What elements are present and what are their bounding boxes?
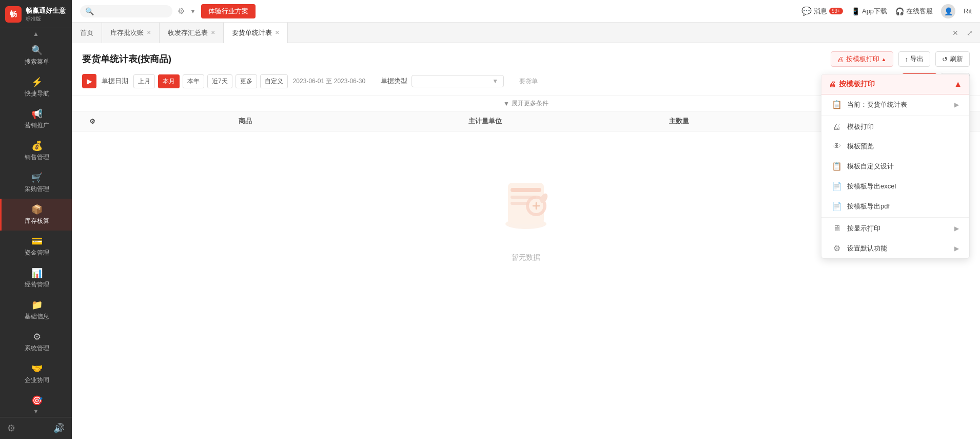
username-label[interactable]: Rit bbox=[964, 7, 972, 15]
tabbar: 首页 库存批次账 ✕ 收发存汇总表 ✕ 要货单统计表 ✕ ✕ ⤢ bbox=[72, 23, 980, 43]
sidebar-footer: ⚙ 🔊 bbox=[0, 417, 72, 439]
qty-col-label: 主数量 bbox=[669, 117, 689, 125]
app-download-label: App下载 bbox=[862, 7, 887, 16]
dropdown-header: 🖨 按模板打印 ▲ bbox=[821, 74, 969, 94]
date-btn-this-year[interactable]: 本年 bbox=[183, 74, 204, 88]
sidebar-scroll-down[interactable]: ▼ bbox=[0, 406, 72, 417]
sidebar-logo: 畅 畅赢通好生意 标准版 bbox=[0, 0, 72, 28]
dropdown-item-default-settings[interactable]: ⚙ 设置默认功能 ▶ bbox=[821, 238, 969, 258]
sidebar-item-purchase[interactable]: 🛒 采购管理 bbox=[0, 167, 72, 199]
sidebar-item-search[interactable]: 🔍 搜索菜单 bbox=[0, 40, 72, 71]
topbar-online-service[interactable]: 🎧 在线客服 bbox=[895, 7, 933, 16]
tab-inventory-batch[interactable]: 库存批次账 ✕ bbox=[102, 23, 160, 43]
dropdown-item-template-preview[interactable]: 👁 模板预览 bbox=[821, 137, 969, 156]
tab-inventory-batch-close[interactable]: ✕ bbox=[147, 30, 151, 35]
sidebar-item-guide[interactable]: 🎯 新手引导 bbox=[0, 390, 72, 406]
sidebar-item-system[interactable]: ⚙ 系统管理 bbox=[0, 326, 72, 358]
template-print-icon: 🖨 bbox=[832, 122, 842, 131]
date-filter-label: 单据日期 bbox=[102, 77, 128, 86]
settings-col-icon: ⚙ bbox=[89, 118, 95, 125]
gear-icon: ⚙ bbox=[33, 331, 41, 342]
th-settings[interactable]: ⚙ bbox=[82, 118, 103, 125]
template-preview-icon: 👁 bbox=[832, 142, 842, 151]
main-area: 🔍 ⚙ ▼ 体验行业方案 💬 消息 99+ 📱 App下载 🎧 在线客服 👤 bbox=[72, 0, 980, 439]
default-settings-arrow: ▶ bbox=[954, 245, 959, 252]
print-btn-arrow-up: ▲ bbox=[881, 56, 887, 62]
user-avatar[interactable]: 👤 bbox=[941, 4, 955, 18]
sidebar-item-sales[interactable]: 💰 销售管理 bbox=[0, 135, 72, 167]
sidebar-item-label: 采购管理 bbox=[25, 185, 49, 194]
sidebar-item-label: 系统管理 bbox=[25, 344, 49, 353]
sidebar-item-quicknav[interactable]: ⚡ 快捷导航 bbox=[0, 71, 72, 103]
export-pdf-label: 按模板导出pdf bbox=[847, 202, 890, 211]
sidebar-item-label: 资金管理 bbox=[25, 249, 49, 257]
topbar: 🔍 ⚙ ▼ 体验行业方案 💬 消息 99+ 📱 App下载 🎧 在线客服 👤 bbox=[72, 0, 980, 23]
dropdown-item-template-design[interactable]: 📋 模板自定义设计 bbox=[821, 156, 969, 176]
date-btn-custom[interactable]: 自定义 bbox=[260, 74, 288, 88]
sidebar-item-inventory[interactable]: 📦 库存核算 bbox=[0, 199, 72, 231]
tab-order-stats-close[interactable]: ✕ bbox=[275, 30, 279, 35]
topbar-right: 💬 消息 99+ 📱 App下载 🎧 在线客服 👤 Rit bbox=[801, 4, 972, 18]
topbar-settings-icon[interactable]: ⚙ bbox=[178, 6, 185, 16]
service-label: 在线客服 bbox=[906, 7, 933, 16]
date-range-label: 2023-06-01 至 2023-06-30 bbox=[293, 77, 365, 86]
export-pdf-icon: 📄 bbox=[832, 201, 842, 211]
topbar-search-box[interactable]: 🔍 bbox=[80, 5, 172, 17]
search-input[interactable] bbox=[97, 8, 148, 15]
tab-home-label: 首页 bbox=[80, 28, 93, 37]
printer-icon: 🖨 bbox=[837, 55, 844, 63]
sidebar-scroll-up[interactable]: ▲ bbox=[0, 28, 72, 40]
dropdown-item-template-print[interactable]: 🖨 模板打印 bbox=[821, 117, 969, 137]
tab-order-stats[interactable]: 要货单统计表 ✕ bbox=[224, 23, 288, 43]
template-design-label: 模板自定义设计 bbox=[847, 162, 894, 171]
date-btn-more[interactable]: 更多 bbox=[236, 74, 257, 88]
type-filter-select[interactable]: ▼ bbox=[411, 75, 504, 87]
filter-expand-btn[interactable]: ▶ bbox=[82, 74, 96, 88]
date-btn-last-month[interactable]: 上月 bbox=[133, 74, 155, 88]
default-settings-label: 设置默认功能 bbox=[847, 244, 887, 253]
dropdown-item-current[interactable]: 📋 当前：要货单统计表 ▶ bbox=[821, 94, 969, 114]
topbar-dropdown-icon[interactable]: ▼ bbox=[190, 8, 196, 15]
current-arrow: ▶ bbox=[954, 101, 959, 108]
sidebar-item-basics[interactable]: 📁 基础信息 bbox=[0, 294, 72, 326]
message-icon: 💬 bbox=[801, 6, 812, 16]
money-icon: 💰 bbox=[31, 140, 43, 151]
dropdown-current-label: 当前：要货单统计表 bbox=[847, 100, 907, 109]
topbar-app-download[interactable]: 📱 App下载 bbox=[851, 7, 887, 16]
sidebar-item-finance[interactable]: 💳 资金管理 bbox=[0, 231, 72, 262]
template-print-label: 模板打印 bbox=[847, 122, 874, 131]
tab-home[interactable]: 首页 bbox=[72, 23, 102, 43]
date-btn-this-month[interactable]: 本月 bbox=[158, 74, 180, 88]
dropdown-item-export-excel[interactable]: 📄 按模板导出excel bbox=[821, 176, 969, 196]
dropdown-item-display-print[interactable]: 🖥 按显示打印 ▶ bbox=[821, 219, 969, 238]
export-btn[interactable]: ↑ 导出 bbox=[898, 51, 931, 67]
app-brand: 畅赢通好生意 bbox=[26, 7, 66, 15]
dropdown-collapse-arrow[interactable]: ▲ bbox=[954, 80, 962, 89]
page-header: 要货单统计表(按商品) 🖨 按模板打印 ▲ ↑ 导出 ↺ 刷新 bbox=[72, 43, 980, 67]
sidebar-item-label: 销售管理 bbox=[25, 153, 49, 162]
tab-receivables[interactable]: 收发存汇总表 ✕ bbox=[160, 23, 224, 43]
avatar-icon: 👤 bbox=[944, 7, 953, 15]
sidebar-item-operations[interactable]: 📊 经营管理 bbox=[0, 262, 72, 294]
print-btn[interactable]: 🖨 按模板打印 ▲ bbox=[831, 51, 893, 67]
sidebar-item-label: 快捷导航 bbox=[25, 89, 49, 98]
close-window-btn[interactable]: ✕ bbox=[950, 28, 961, 38]
date-btn-7days[interactable]: 近7天 bbox=[207, 74, 232, 88]
tab-order-stats-label: 要货单统计表 bbox=[232, 28, 272, 37]
sidebar-item-label: 经营管理 bbox=[25, 280, 49, 289]
app-logo-icon: 畅 bbox=[5, 6, 22, 23]
dropdown-item-export-pdf[interactable]: 📄 按模板导出pdf bbox=[821, 196, 969, 216]
audio-footer-icon[interactable]: 🔊 bbox=[53, 423, 65, 434]
topbar-message[interactable]: 💬 消息 99+ bbox=[801, 6, 843, 16]
folder-icon: 📁 bbox=[31, 299, 43, 311]
box-icon: 📦 bbox=[31, 204, 43, 215]
sidebar-item-cooperation[interactable]: 🤝 企业协同 bbox=[0, 358, 72, 390]
sidebar-item-marketing[interactable]: 📢 营销推广 bbox=[0, 103, 72, 135]
refresh-btn[interactable]: ↺ 刷新 bbox=[935, 51, 970, 67]
tab-receivables-close[interactable]: ✕ bbox=[211, 30, 215, 35]
settings-footer-icon[interactable]: ⚙ bbox=[7, 423, 15, 434]
refresh-btn-label: 刷新 bbox=[950, 54, 963, 64]
maximize-window-btn[interactable]: ⤢ bbox=[965, 28, 975, 38]
experience-btn[interactable]: 体验行业方案 bbox=[201, 4, 256, 18]
display-print-arrow: ▶ bbox=[954, 225, 959, 232]
